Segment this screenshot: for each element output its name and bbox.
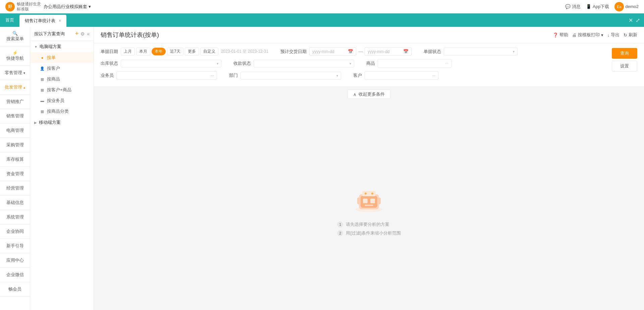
sidebar-item-purchase[interactable]: 采购管理 [0, 138, 30, 152]
salesperson-label: 业务员 [101, 72, 114, 79]
svg-rect-4 [370, 199, 375, 203]
salesperson-input[interactable]: ··· [116, 71, 217, 80]
export-button[interactable]: ↓ 导出 [607, 32, 620, 38]
date-label: 单据日期 [101, 49, 118, 55]
status-select[interactable]: ▾ [444, 48, 518, 55]
customer-more-icon: ··· [432, 73, 435, 78]
payment-status-label: 收款状态 [233, 60, 251, 66]
status-label: 单据状态 [424, 49, 441, 55]
sidebar-item-sales[interactable]: 销售管理 [0, 109, 30, 123]
scheme-item-by-order[interactable]: ● 按单 [30, 52, 94, 63]
out-status-label: 出库状态 [101, 60, 118, 66]
sidebar-item-member[interactable]: 畅会员 [0, 282, 30, 297]
scheme-item-by-customer-goods[interactable]: ▦ 按客户+商品 [30, 85, 94, 95]
message-button[interactable]: 💬 消息 [565, 4, 581, 10]
user-area[interactable]: Ea demo2 [614, 2, 639, 11]
help-icon: ❓ [553, 33, 558, 38]
reset-button[interactable]: 设置 [612, 61, 637, 71]
expected-date-to[interactable]: yyyy-mm-dd 📅 [365, 47, 412, 56]
print-icon: 🖨 [572, 33, 577, 38]
sidebar-item-finance[interactable]: 资金管理 [0, 167, 30, 181]
date-btn-more[interactable]: 更多 [185, 48, 199, 55]
date-range-display: 2023-01-01 至 2023-12-31 [221, 49, 268, 54]
sidebar-item-search[interactable]: 🔍 搜索菜单 [0, 27, 30, 46]
tab-bar-actions: ✕ ⤢ [629, 17, 644, 23]
tab-sales-order-stats[interactable]: 销售订单统计表 × [19, 15, 66, 27]
scheme-add-button[interactable]: + [75, 30, 79, 37]
scheme-collapse-icon[interactable]: « [87, 31, 90, 37]
date-btn-custom[interactable]: 自定义 [200, 48, 218, 55]
hint-num-1: 1 [337, 221, 343, 227]
logo-icon: 好 [5, 2, 15, 11]
search-button[interactable]: 查询 [612, 48, 637, 59]
hint-num-2: 2 [337, 230, 343, 236]
svg-point-10 [371, 193, 373, 195]
calendar-icon-2: 📅 [403, 49, 409, 54]
collapse-bar[interactable]: ∧ 收起更多条件 [94, 87, 644, 102]
sidebar-item-basic[interactable]: 基础信息 [0, 196, 30, 210]
chevron-icon: ▾ [23, 71, 25, 75]
scheme-settings-icon[interactable]: ⚙ [80, 31, 85, 37]
sidebar-item-operations[interactable]: 经营管理 [0, 181, 30, 196]
person-icon: 👤 [40, 66, 45, 71]
collapse-button[interactable]: ∧ 收起更多条件 [347, 90, 390, 99]
sidebar-item-newbie[interactable]: 新手引导 [0, 239, 30, 253]
date-btn-this-month[interactable]: 本月 [136, 48, 150, 55]
out-status-select[interactable]: ▾ [121, 60, 221, 67]
app-selector[interactable]: 办公用品行业模拟账套 ▾ [44, 4, 91, 10]
empty-illustration [349, 176, 389, 216]
tab-close-icon[interactable]: × [59, 18, 61, 23]
payment-status-select[interactable]: ▾ [254, 60, 354, 67]
scheme-panel-header: 按以下方案查询 + ⚙ « [30, 27, 94, 41]
date-btn-last-month[interactable]: 上月 [121, 48, 135, 55]
main-content: 销售订单统计表(按单) ❓ 帮助 🖨 按模板打印 ▾ ↓ 导出 [94, 27, 644, 310]
scheme-item-by-customer[interactable]: 👤 按客户 [30, 63, 94, 74]
sidebar-item-inventory[interactable]: 库存核算 [0, 152, 30, 167]
top-bar: 好 畅捷通好生意 标准版 办公用品行业模拟账套 ▾ 💬 消息 📱 App下载 E… [0, 0, 644, 13]
window-close-icon[interactable]: ✕ [629, 17, 633, 23]
filter-section: 单据日期 上月 本月 本年 近7天 更多 自定义 2023-01-01 至 20… [94, 43, 644, 102]
dept-select[interactable]: ▾ [240, 72, 341, 80]
sidebar-item-shortcut[interactable]: ⚡ 快捷导航 [0, 46, 30, 66]
content-area: 按以下方案查询 + ⚙ « ▼ 电脑端方案 ● 按单 👤 [30, 27, 644, 310]
scheme-section-pc-title[interactable]: ▼ 电脑端方案 [30, 41, 94, 52]
help-button[interactable]: ❓ 帮助 [553, 32, 568, 38]
svg-rect-3 [363, 199, 368, 203]
message-icon: 💬 [565, 4, 571, 9]
date-btn-this-year[interactable]: 本年 [152, 48, 166, 55]
circle-icon: ● [40, 55, 45, 60]
svg-rect-5 [365, 205, 373, 206]
scheme-section-mobile-title[interactable]: ▶ 移动端方案 [30, 117, 94, 128]
sidebar-item-enterprise[interactable]: 企业协同 [0, 224, 30, 239]
sidebar-item-marketing[interactable]: 营销推广 [0, 95, 30, 109]
sidebar-item-retail[interactable]: 零售管理 ▾ [0, 66, 30, 80]
sidebar-item-appcenter[interactable]: 应用中心 [0, 253, 30, 268]
avatar: Ea [614, 2, 624, 11]
print-button[interactable]: 🖨 按模板打印 ▾ [572, 32, 603, 38]
expected-date-from[interactable]: yyyy-mm-dd 📅 [309, 47, 356, 56]
dept-label: 部门 [229, 72, 238, 79]
app-download-button[interactable]: 📱 App下载 [586, 4, 609, 10]
tab-home[interactable]: 首页 [0, 13, 19, 27]
goods-input[interactable]: ··· [378, 59, 451, 68]
sidebar-item-system[interactable]: 系统管理 [0, 210, 30, 224]
sidebar-item-ecommerce[interactable]: 电商管理 [0, 123, 30, 138]
scheme-item-by-salesperson[interactable]: ▬ 按业务员 [30, 95, 94, 106]
sidebar-item-wholesale[interactable]: 批发管理 ▴ [0, 80, 30, 95]
date-btn-7days[interactable]: 近7天 [167, 48, 183, 55]
refresh-button[interactable]: ↻ 刷新 [624, 32, 637, 38]
refresh-icon: ↻ [624, 33, 627, 38]
search-icon: 🔍 [3, 31, 27, 36]
bar-chart-icon: ▬ [40, 98, 45, 103]
sidebar-item-wechat[interactable]: 企业微信 [0, 268, 30, 282]
scheme-item-by-category[interactable]: ▦ 按商品分类 [30, 106, 94, 117]
date-buttons: 上月 本月 本年 近7天 更多 自定义 2023-01-01 至 2023-12… [121, 48, 268, 55]
category-icon: ▦ [40, 109, 45, 114]
scheme-item-by-goods[interactable]: ▦ 按商品 [30, 74, 94, 85]
svg-rect-7 [378, 198, 381, 204]
main-layout: 🔍 搜索菜单 ⚡ 快捷导航 零售管理 ▾ 批发管理 ▴ 营销推广 销售管理 电商… [0, 27, 644, 310]
window-expand-icon[interactable]: ⤢ [636, 17, 640, 23]
logo-area: 好 畅捷通好生意 标准版 [5, 2, 41, 11]
customer-input[interactable]: ··· [365, 71, 438, 80]
svg-rect-8 [362, 191, 376, 196]
